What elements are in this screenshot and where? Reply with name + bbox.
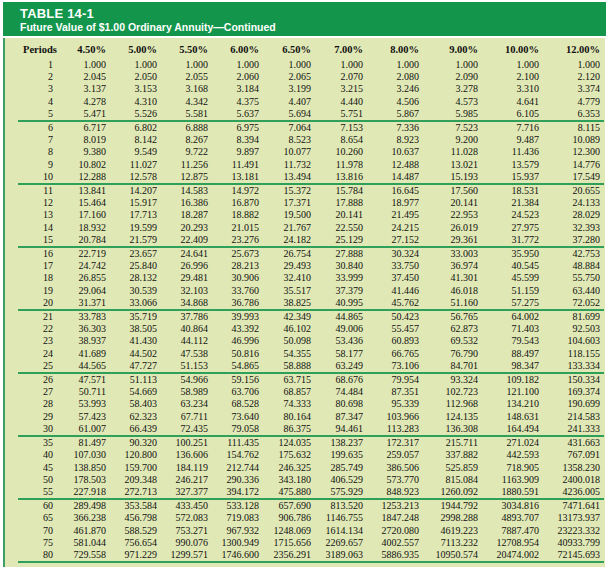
table-card: TABLE 14-1 Future Value of $1.00 Ordinar… (0, 0, 606, 567)
value-cell: 63.234 (161, 398, 212, 410)
value-cell: 46.996 (212, 335, 263, 347)
value-cell: 86.375 (263, 423, 315, 436)
period-cell: 80 (18, 549, 62, 562)
period-cell: 12 (18, 197, 62, 209)
value-cell: 18.531 (482, 184, 543, 197)
value-cell: 29.064 (62, 285, 110, 297)
value-cell: 285.749 (315, 462, 367, 474)
value-cell: 575.929 (315, 486, 367, 499)
value-cell: 35.950 (482, 247, 543, 260)
value-cell: 33.783 (62, 310, 110, 323)
value-cell: 1.000 (423, 59, 482, 71)
value-cell: 136.606 (161, 449, 212, 461)
period-cell: 18 (18, 272, 62, 284)
value-cell: 14.583 (161, 184, 212, 197)
table-row: 60289.498353.584433.450533.128657.690813… (18, 499, 604, 512)
value-cell: 9.549 (110, 146, 161, 158)
value-cell: 2.055 (161, 71, 212, 83)
value-cell: 1248.069 (263, 525, 315, 537)
value-cell: 199.635 (315, 449, 367, 461)
period-cell: 15 (18, 234, 62, 247)
value-cell: 19.500 (263, 209, 315, 221)
value-cell: 4002.557 (367, 537, 423, 549)
value-cell: 37.379 (315, 285, 367, 297)
table-row: 1622.71923.65724.64125.67326.75427.88830… (18, 247, 604, 260)
value-cell: 26.019 (423, 222, 482, 234)
table-row: 45138.850159.700184.119212.744246.325285… (18, 462, 604, 474)
value-cell: 49.006 (315, 323, 367, 335)
value-cell: 11.732 (263, 159, 315, 171)
period-cell: 11 (18, 184, 62, 197)
value-cell: 76.790 (423, 348, 482, 360)
period-cell: 60 (18, 499, 62, 512)
value-cell: 66.765 (367, 348, 423, 360)
value-cell: 215.711 (423, 436, 482, 449)
value-cell: 102.723 (423, 386, 482, 398)
period-cell: 26 (18, 373, 62, 386)
value-cell: 2998.288 (423, 512, 482, 524)
value-cell: 73.106 (367, 360, 423, 373)
value-cell: 138.237 (315, 436, 367, 449)
value-cell: 906.786 (263, 512, 315, 524)
value-cell: 124.035 (263, 436, 315, 449)
value-cell: 8.523 (263, 134, 315, 146)
value-cell: 25.840 (110, 260, 161, 272)
value-cell: 4.641 (482, 96, 543, 108)
value-cell: 51.160 (423, 297, 482, 310)
table-row: 2338.93741.43044.11246.99650.09853.43660… (18, 335, 604, 347)
value-cell: 6.888 (161, 121, 212, 134)
value-cell: 5.581 (161, 108, 212, 121)
value-cell: 26.996 (161, 260, 212, 272)
value-cell: 79.058 (212, 423, 263, 436)
value-cell: 24.182 (263, 234, 315, 247)
value-cell: 79.543 (482, 335, 543, 347)
value-cell: 3.184 (212, 83, 263, 95)
value-cell: 67.711 (161, 411, 212, 423)
value-cell: 241.333 (543, 423, 604, 436)
table-row: 2133.78335.71937.78639.99342.34944.86550… (18, 310, 604, 323)
value-cell: 103.966 (367, 411, 423, 423)
table-row: 1724.74225.84026.99628.21329.49330.84033… (18, 260, 604, 272)
value-cell: 33.066 (110, 297, 161, 310)
value-cell: 184.119 (161, 462, 212, 474)
value-cell: 53.436 (315, 335, 367, 347)
value-cell: 12.875 (161, 171, 212, 184)
value-cell: 159.700 (110, 462, 161, 474)
value-cell: 13.494 (263, 171, 315, 184)
value-cell: 30.840 (315, 260, 367, 272)
value-cell: 753.271 (161, 525, 212, 537)
value-cell: 74.484 (315, 386, 367, 398)
value-cell: 7.523 (423, 121, 482, 134)
periods-column-header: Periods (18, 41, 62, 59)
value-cell: 47.571 (62, 373, 110, 386)
value-cell: 44.865 (315, 310, 367, 323)
value-cell: 259.057 (367, 449, 423, 461)
table-row: 55227.918272.713327.377394.172475.880575… (18, 486, 604, 499)
value-cell: 15.372 (263, 184, 315, 197)
value-cell: 33.760 (212, 285, 263, 297)
value-cell: 33.999 (315, 272, 367, 284)
period-cell: 40 (18, 449, 62, 461)
value-cell: 815.084 (423, 474, 482, 486)
value-cell: 1163.909 (482, 474, 543, 486)
value-cell: 13.579 (482, 159, 543, 171)
value-cell: 1299.571 (161, 549, 212, 562)
value-cell: 4.310 (110, 96, 161, 108)
value-cell: 1.000 (212, 59, 263, 71)
value-cell: 59.156 (212, 373, 263, 386)
value-cell: 10.637 (367, 146, 423, 158)
value-cell: 68.528 (212, 398, 263, 410)
value-cell: 54.865 (212, 360, 263, 373)
table-row: 78.0198.1428.2678.3948.5238.6548.9239.20… (18, 134, 604, 146)
value-cell: 209.348 (110, 474, 161, 486)
table-row: 44.2784.3104.3424.3754.4074.4404.5064.57… (18, 96, 604, 108)
value-cell: 1358.230 (543, 462, 604, 474)
value-cell: 2.050 (110, 71, 161, 83)
value-cell: 3.215 (315, 83, 367, 95)
value-cell: 4.506 (367, 96, 423, 108)
value-cell: 42.753 (543, 247, 604, 260)
value-cell: 11.256 (161, 159, 212, 171)
value-cell: 533.128 (212, 499, 263, 512)
value-cell: 113.283 (367, 423, 423, 436)
period-cell: 35 (18, 436, 62, 449)
